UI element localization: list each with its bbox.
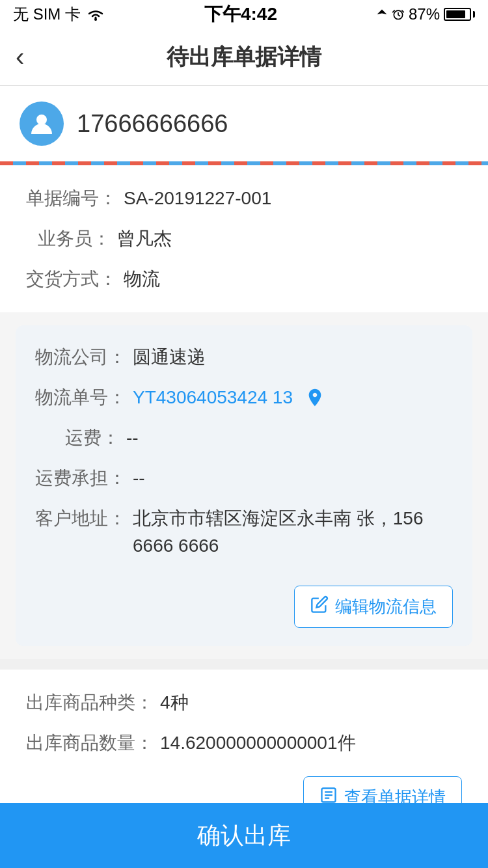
edit-logistics-label: 编辑物流信息	[335, 595, 437, 618]
delivery-method-row: 交货方式： 物流	[26, 265, 462, 293]
logistics-section: 物流公司： 圆通速递 物流单号： YT43064053424 13 运费： --…	[16, 325, 472, 646]
tracking-location-icon[interactable]	[303, 386, 327, 409]
section-separator	[0, 659, 488, 670]
address-label: 客户地址：	[35, 505, 126, 532]
user-header: 17666666666	[0, 86, 488, 161]
avatar	[20, 102, 64, 146]
delivery-method-value: 物流	[124, 265, 462, 293]
delivery-method-label: 交货方式：	[26, 265, 117, 293]
back-button[interactable]: ‹	[16, 42, 24, 72]
freight-bearer-value: --	[133, 465, 453, 492]
status-bar: 无 SIM 卡 下午4:42 87%	[0, 0, 488, 29]
status-time: 下午4:42	[204, 2, 277, 27]
logistics-company-row: 物流公司： 圆通速递	[35, 344, 453, 371]
tracking-row: 物流单号： YT43064053424 13	[35, 384, 453, 411]
location-icon	[376, 8, 388, 20]
goods-quantity-row: 出库商品数量： 14.620000000000001件	[26, 729, 462, 757]
doc-number-label: 单据编号：	[26, 185, 117, 212]
goods-types-label: 出库商品种类：	[26, 689, 154, 716]
agent-label: 业务员：	[26, 225, 111, 252]
agent-value: 曾凡杰	[117, 225, 462, 252]
battery-icon	[444, 8, 475, 21]
confirm-button[interactable]: 确认出库	[0, 803, 488, 868]
logistics-company-label: 物流公司：	[35, 344, 126, 371]
wifi-icon	[86, 7, 105, 21]
goods-types-row: 出库商品种类： 4种	[26, 689, 462, 716]
freight-label: 运费：	[35, 424, 120, 452]
doc-info-section: 单据编号： SA-20191227-001 业务员： 曾凡杰 交货方式： 物流	[0, 165, 488, 312]
user-icon	[27, 109, 56, 138]
svg-point-2	[36, 115, 47, 125]
edit-btn-row: 编辑物流信息	[35, 573, 453, 628]
nav-bar: ‹ 待出库单据详情	[0, 29, 488, 86]
doc-number-value: SA-20191227-001	[124, 185, 462, 212]
freight-bearer-label: 运费承担：	[35, 465, 126, 492]
battery-percent: 87%	[409, 5, 440, 23]
edit-icon	[310, 595, 329, 618]
freight-value: --	[126, 424, 453, 452]
tracking-number: YT43064053424 13	[133, 384, 293, 411]
main-content: 17666666666 单据编号： SA-20191227-001 业务员： 曾…	[0, 86, 488, 868]
page-title: 待出库单据详情	[167, 42, 321, 72]
carrier-label: 无 SIM 卡	[13, 4, 81, 25]
svg-point-0	[94, 18, 97, 21]
tracking-value: YT43064053424 13	[133, 384, 453, 411]
goods-quantity-value: 14.620000000000001件	[160, 729, 462, 757]
address-row: 客户地址： 北京市市辖区海淀区永丰南 张，156 6666 6666	[35, 505, 453, 560]
logistics-company-value: 圆通速递	[133, 344, 453, 371]
freight-row: 运费： --	[35, 424, 453, 452]
doc-number-row: 单据编号： SA-20191227-001	[26, 185, 462, 212]
status-right: 87%	[376, 5, 475, 23]
alarm-icon	[392, 8, 405, 21]
goods-types-value: 4种	[160, 689, 462, 716]
status-left: 无 SIM 卡	[13, 4, 105, 25]
tracking-label: 物流单号：	[35, 384, 126, 411]
edit-logistics-button[interactable]: 编辑物流信息	[294, 586, 453, 628]
address-value: 北京市市辖区海淀区永丰南 张，156 6666 6666	[133, 505, 453, 560]
goods-quantity-label: 出库商品数量：	[26, 729, 154, 757]
user-phone: 17666666666	[77, 110, 228, 138]
freight-bearer-row: 运费承担： --	[35, 465, 453, 492]
agent-row: 业务员： 曾凡杰	[26, 225, 462, 252]
